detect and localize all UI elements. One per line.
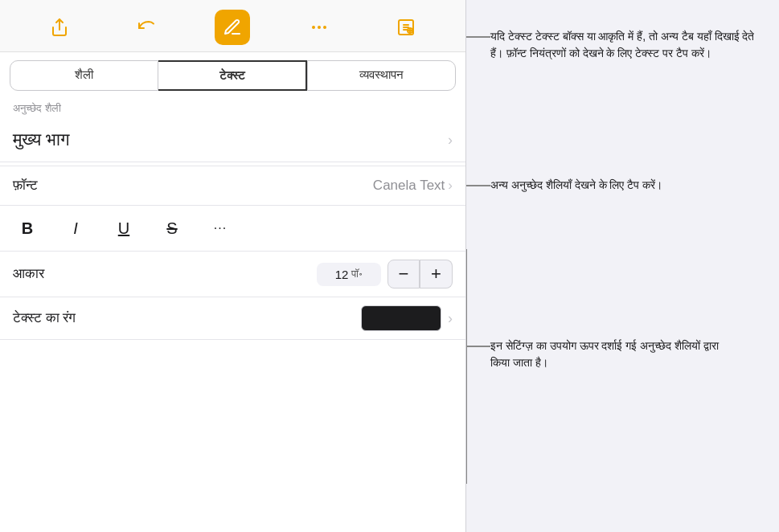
format-button[interactable] [215,10,250,45]
annotation-bottom-container: इन सेटिंग्ज़ का उपयोग ऊपर दर्शाई गई अनुच… [490,338,740,371]
main-body-text: मुख्य भाग [13,129,69,150]
more-button[interactable] [301,10,337,45]
annotation-top-line [466,36,490,38]
left-panel: शैली टेक्स्ट व्यवस्थापन अनुच्छेद शैली मु… [0,0,466,532]
share-button[interactable] [42,10,77,45]
tabs: शैली टेक्स्ट व्यवस्थापन [0,52,465,91]
bracket-line-font [466,249,468,484]
annotation-middle-container: अन्य अनुच्छेद शैलियाँ देखने के लिए टैप क… [490,177,662,194]
size-controls: 12 पॉ॰ − + [317,260,453,289]
size-label: आकार [13,266,44,282]
svg-point-2 [324,27,326,28]
annotation-top-container: यदि टेक्स्ट टेक्स्ट बॉक्स या आकृति में ह… [490,28,756,62]
main-body-style-row[interactable]: मुख्य भाग › [0,118,465,162]
font-section: फ़ॉन्ट Canela Text › B I U S ··· आकार 12… [0,166,465,340]
font-label: फ़ॉन्ट [13,178,38,194]
color-chevron-icon: › [448,310,453,327]
paragraph-style-label: अनुच्छेद शैली [0,91,465,118]
font-chevron-icon: › [448,178,453,194]
svg-point-3 [313,27,314,28]
color-row[interactable]: टेक्स्ट का रंग › [0,297,465,340]
size-decrease-button[interactable]: − [387,260,420,289]
undo-button[interactable] [129,10,164,45]
doc-button[interactable] [388,10,424,45]
font-row[interactable]: फ़ॉन्ट Canela Text › [0,166,465,206]
font-value: Canela Text › [373,178,453,194]
size-value: 12 [335,268,349,281]
tab-style[interactable]: शैली [10,60,158,91]
annotation-bottom-line [466,346,490,347]
size-unit: पॉ॰ [351,268,363,280]
right-panel: यदि टेक्स्ट टेक्स्ट बॉक्स या आकृति में ह… [466,0,779,532]
annotation-top-text: यदि टेक्स्ट टेक्स्ट बॉक्स या आकृति में ह… [490,30,754,59]
annotation-middle-text: अन्य अनुच्छेद शैलियाँ देखने के लिए टैप क… [490,178,662,191]
svg-point-1 [318,27,320,28]
annotation-bottom-text: इन सेटिंग्ज़ का उपयोग ऊपर दर्शाई गई अनुच… [490,339,719,369]
color-swatch[interactable] [361,305,441,331]
size-row: आकार 12 पॉ॰ − + [0,252,465,297]
underline-button[interactable]: U [109,214,138,243]
tab-arrange[interactable]: व्यवस्थापन [307,60,456,91]
annotation-middle-line [466,185,490,186]
italic-button[interactable]: I [61,214,90,243]
size-increase-button[interactable]: + [420,260,453,289]
chevron-right-icon: › [448,132,453,149]
bold-button[interactable]: B [13,214,42,243]
tab-text[interactable]: टेक्स्ट [158,60,307,91]
format-row: B I U S ··· [0,206,465,252]
color-value: › [361,305,453,331]
more-format-button[interactable]: ··· [206,214,235,243]
strikethrough-button[interactable]: S [158,214,187,243]
color-label: टेक्स्ट का रंग [13,310,76,326]
toolbar [0,0,465,52]
size-value-box: 12 पॉ॰ [317,263,381,286]
